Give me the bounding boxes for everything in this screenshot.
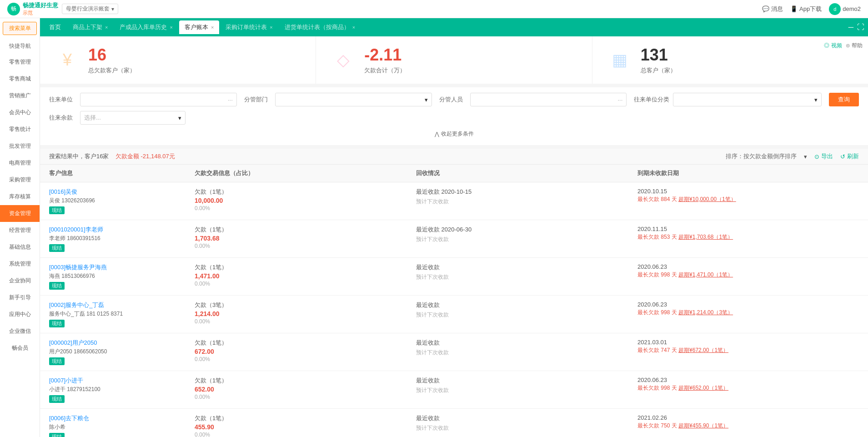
stat-info-total-customers: 131 总客户（家） [641,45,676,75]
overdue-link-6[interactable]: 超期¥455.90（1笔） [678,422,728,429]
filter-item-person: 分管人员 ··· [439,93,627,106]
sidebar-item-inventory[interactable]: 库存核算 [0,188,40,205]
payback-next-2: 预计下次收款 [416,273,637,281]
tab-goods-stats[interactable]: 进货单统计表（按商品） × [279,20,361,34]
customer-name-link-3[interactable]: [0002]服务中心_丁磊 [49,301,104,308]
refresh-icon: ↺ [840,153,845,160]
debt-info-3: 欠款（3笔） 1,214.00 0.00% [195,301,416,325]
sidebar-item-wholesale[interactable]: 批发管理 [0,138,40,155]
tab-home[interactable]: 首页 [44,20,66,34]
sidebar-item-retail-mall[interactable]: 零售商城 [0,70,40,87]
tab-finished-goods[interactable]: 产成品入库单历史 × [114,20,178,34]
sidebar-item-guide[interactable]: 新手引导 [0,289,40,306]
tab-product-listing[interactable]: 商品上下架 × [67,20,113,34]
sidebar-item-finance[interactable]: 资金管理 [0,205,40,222]
customer-name-link-2[interactable]: [0003]畅捷服务尹海燕 [49,264,107,271]
filter-select-dept[interactable]: ▾ [275,93,432,106]
refresh-btn[interactable]: ↺ 刷新 [840,152,859,161]
sidebar-item-chang-member[interactable]: 畅会员 [0,340,40,357]
overdue-link-1[interactable]: 超期¥1,703.68（1笔） [678,234,733,240]
payback-last-0: 最近收款 2020-10-15 [416,188,637,196]
sidebar-item-enterprise-wechat[interactable]: 企业微信 [0,323,40,340]
overdue-info-2: 2020.06.23 最长欠款 998 天 超期¥1,471.00（1笔） [637,263,859,279]
help-btn[interactable]: ⊙ 帮助 [846,42,863,50]
overdue-link-5[interactable]: 超期¥652.00（1笔） [678,385,728,391]
customer-name-link-5[interactable]: [0007]小进干 [49,377,83,384]
customer-name-link-0[interactable]: [0016]吴俊 [49,188,77,195]
tab-maximize-btn[interactable]: ⛶ [857,23,864,31]
overdue-link-4[interactable]: 超期¥672.00（1笔） [678,347,728,353]
sidebar-item-quick-nav[interactable]: 快捷导航 [0,39,40,54]
customer-name-link-4[interactable]: [000002]用户2050 [49,339,97,346]
stat-label-debt-customers: 总欠款客户（家） [88,66,135,75]
filter-label-person: 分管人员 [439,95,467,104]
debt-percent-5: 0.00% [195,394,416,400]
message-btn[interactable]: 💬 消息 [762,5,783,13]
customer-phone-0: 吴俊 13026203696 [49,197,195,205]
payback-last-4: 最近收款 [416,339,637,347]
chevron-down-icon: ▾ [111,6,114,12]
customer-tag-6: 现结 [49,433,65,437]
stat-card-debt-customers: ¥ 16 总欠款客户（家） [40,36,316,84]
sidebar-item-system[interactable]: 系统管理 [0,256,40,272]
tenant-selector[interactable]: 母婴行业演示账套 ▾ [62,4,118,14]
sidebar-item-ecommerce[interactable]: 电商管理 [0,155,40,171]
tab-close-btn[interactable]: × [270,25,272,30]
tab-purchase-stats[interactable]: 采购订单统计表 × [220,20,278,34]
dots-icon: ··· [228,96,233,103]
stat-icon-building: ▦ [606,46,633,74]
export-btn[interactable]: ⊙ 导出 [814,152,833,161]
customer-phone-3: 服务中心_丁磊 181 0125 8371 [49,310,195,318]
sidebar-item-basic-info[interactable]: 基础信息 [0,239,40,256]
debt-count-3: 欠款（3笔） [195,301,416,309]
logo-icon: 畅 [7,3,20,15]
sidebar-item-enterprise-collab[interactable]: 企业协同 [0,272,40,289]
overdue-date-3: 2020.06.23 [637,301,859,308]
filter-input-person[interactable]: ··· [470,93,627,106]
debt-amount-0: 10,000.00 [195,197,416,204]
search-button[interactable]: 查询 [829,93,859,106]
app-download-btn[interactable]: 📱 App下载 [790,5,822,13]
tab-bar-actions: ─ ⛶ [848,23,864,31]
customer-name-link-1[interactable]: [0001020001]李老师 [49,226,103,233]
filter-input-unit[interactable]: ··· [80,93,237,106]
sidebar-item-member[interactable]: 会员中心 [0,104,40,121]
overdue-link-0[interactable]: 超期¥10,000.00（1笔） [678,196,736,202]
tab-close-btn[interactable]: × [170,25,172,30]
sidebar-item-operations[interactable]: 经营管理 [0,222,40,239]
overdue-link-2[interactable]: 超期¥1,471.00（1笔） [678,271,733,278]
debt-percent-3: 0.00% [195,318,416,325]
stat-card-debt-total: ◇ -2.11 欠款合计（万） [316,36,592,84]
debt-amount-6: 455.90 [195,423,416,431]
filter-select-balance[interactable]: 选择... ▾ [80,111,186,125]
sidebar-item-app-center[interactable]: 应用中心 [0,306,40,323]
app-logo: 畅 畅捷通好生意 示范 [7,1,58,16]
customer-tag-4: 现结 [49,357,65,365]
tab-close-btn[interactable]: × [211,25,214,30]
debt-amount-2: 1,471.00 [195,272,416,280]
sidebar-item-marketing[interactable]: 营销推广 [0,87,40,104]
customer-name-link-6[interactable]: [0006]去下粮仓 [49,415,89,422]
tab-close-btn[interactable]: × [352,25,355,30]
sort-label: 排序：按欠款金额倒序排序 [726,152,797,161]
sidebar-item-retail-stats[interactable]: 零售统计 [0,121,40,138]
debt-info-5: 欠款（1笔） 652.00 0.00% [195,377,416,400]
debt-info-4: 欠款（1笔） 672.00 0.00% [195,339,416,362]
sort-dropdown[interactable]: ▾ [804,153,807,160]
filter-select-category[interactable]: ▾ [673,93,822,106]
overdue-info-0: 2020.10.15 最长欠款 884 天 超期¥10,000.00（1笔） [637,188,859,203]
search-menu-btn[interactable]: 搜索菜单 [3,22,37,35]
video-btn[interactable]: ◎ 视频 [824,42,842,50]
user-avatar[interactable]: d demo2 [829,3,861,15]
tab-close-btn[interactable]: × [105,25,108,30]
payback-last-3: 最近收款 [416,301,637,309]
sidebar-item-purchase[interactable]: 采购管理 [0,171,40,188]
table-row: [0001020001]李老师 李老师 18600391516 现结 欠款（1笔… [40,220,868,258]
overdue-link-3[interactable]: 超期¥1,214.00（3笔） [678,309,733,316]
tab-customer-ledger[interactable]: 客户账本 × [179,20,219,34]
collapse-btn[interactable]: ⋀ 收起更多条件 [435,128,474,140]
stat-icon-diamond: ◇ [330,46,357,74]
sidebar-item-retail-mgmt[interactable]: 零售管理 [0,54,40,70]
customer-phone-2: 海燕 18513066976 [49,272,195,280]
tab-minimize-btn[interactable]: ─ [848,23,853,31]
